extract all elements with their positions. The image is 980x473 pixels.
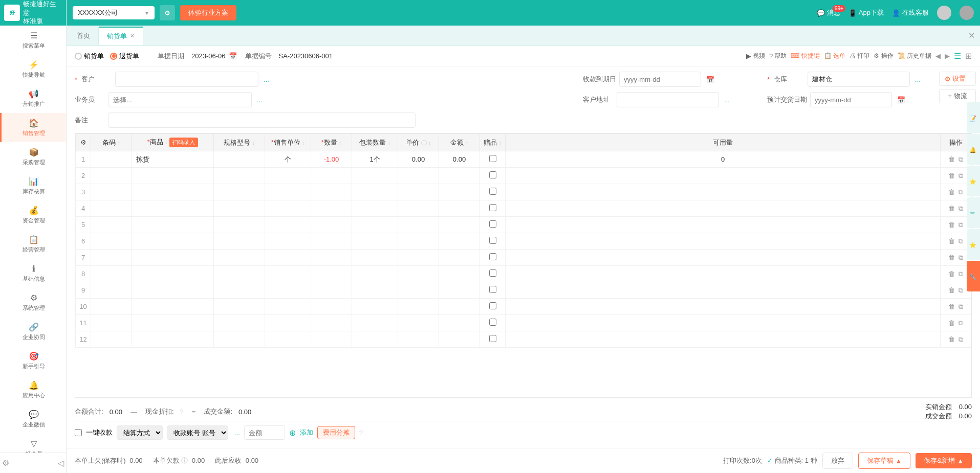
account-select[interactable]: 收款账号 账号 [167,425,228,440]
delete-icon-10[interactable]: 🗑 [948,319,955,327]
cell-barcode-4[interactable] [91,217,132,233]
sidebar-item-12[interactable]: 🔔应用中心 [0,375,66,404]
copy-icon-5[interactable]: ⧉ [959,237,963,245]
cell-barcode-11[interactable] [91,331,132,348]
one-click-pay-checkbox[interactable] [75,429,82,436]
cell-product-8[interactable] [132,282,214,299]
cell-product-12[interactable] [132,348,214,349]
cell-gift-5[interactable] [480,233,506,250]
cell-product-11[interactable] [132,331,214,348]
cell-price-12[interactable] [398,348,439,349]
sidebar-item-1[interactable]: ⚡快捷导航 [0,55,66,84]
cell-gift-12[interactable] [480,348,506,349]
delete-icon-6[interactable]: 🗑 [948,254,955,261]
delete-icon-11[interactable]: 🗑 [948,335,955,343]
cell-gift-11[interactable] [480,331,506,348]
save-new-dropdown-icon[interactable]: ▲ [957,457,964,465]
cell-spec-9[interactable] [214,299,265,315]
cell-gift-9[interactable] [480,299,506,315]
close-all-tabs[interactable]: ✕ [968,31,975,40]
copy-icon-1[interactable]: ⧉ [959,172,963,179]
cell-qty-7[interactable] [311,266,352,282]
gift-sort-icon[interactable]: ↕ [499,140,502,146]
sidebar-item-0[interactable]: ☰搜索菜单 [0,26,66,55]
delete-icon-9[interactable]: 🗑 [948,303,955,310]
history-prev-icon[interactable]: ◀ [935,52,941,60]
price-sort-icon[interactable]: ↕ [428,140,431,146]
cell-price-0[interactable]: 0.00 [398,151,439,168]
cell-spec-8[interactable] [214,282,265,299]
cell-product-1[interactable] [132,168,214,184]
action-video[interactable]: ▶ 视频 [746,52,765,60]
doc-date-calendar-icon[interactable]: 📅 [229,52,237,60]
copy-icon-4[interactable]: ⧉ [959,221,963,229]
cell-price-8[interactable] [398,282,439,299]
copy-icon-7[interactable]: ⧉ [959,270,963,278]
cell-qty-2[interactable] [311,184,352,200]
account-dots[interactable]: ... [234,429,240,437]
sidebar-item-3[interactable]: 🏠销售管理 [0,113,66,142]
copy-icon-11[interactable]: ⧉ [959,335,963,343]
cell-price-9[interactable] [398,299,439,315]
cell-price-1[interactable] [398,168,439,184]
copy-icon-8[interactable]: ⧉ [959,286,963,294]
cell-product-6[interactable] [132,250,214,266]
cell-product-4[interactable] [132,217,214,233]
cell-gift-2[interactable] [480,184,506,200]
cell-price-7[interactable] [398,266,439,282]
cell-barcode-1[interactable] [91,168,132,184]
sidebar-item-11[interactable]: 🎯新手引导 [0,346,66,375]
message-button[interactable]: 💬 消息 99+ [817,8,840,17]
delete-icon-8[interactable]: 🗑 [948,286,955,294]
action-shortcuts[interactable]: ⌨ 快捷键 [791,52,819,60]
expected-date-input[interactable] [810,92,892,107]
cell-barcode-10[interactable] [91,315,132,331]
cell-spec-12[interactable] [214,348,265,349]
cell-qty-1[interactable] [311,168,352,184]
cell-barcode-5[interactable] [91,233,132,250]
trial-button[interactable]: 体验行业方案 [180,5,236,20]
cell-product-0[interactable]: 拣货 [132,151,214,168]
save-new-button[interactable]: 保存&新增 ▲ [916,453,972,468]
draft-dropdown-icon[interactable]: ▲ [896,457,902,465]
barcode-sort-icon[interactable]: ↕ [118,140,120,146]
tab-0[interactable]: 首页 [69,27,99,44]
cell-gift-6[interactable] [480,250,506,266]
sidebar-item-2[interactable]: 📢营销推广 [0,84,66,113]
cell-qty-0[interactable]: -1.00 [311,151,352,168]
sidebar-item-6[interactable]: 💰资金管理 [0,200,66,230]
payment-date-input[interactable] [619,72,701,87]
save-draft-button[interactable]: 保存草稿 ▲ [858,453,911,469]
float-orange-btn[interactable]: 🔧 [967,261,980,291]
cell-barcode-8[interactable] [91,282,132,299]
copy-icon-3[interactable]: ⧉ [959,205,963,212]
radio-return[interactable]: 退货单 [110,52,139,61]
copy-icon-6[interactable]: ⧉ [959,254,963,261]
salesperson-dots[interactable]: ... [257,96,263,104]
cell-price-3[interactable] [398,200,439,217]
cell-price-2[interactable] [398,184,439,200]
cell-spec-7[interactable] [214,266,265,282]
payment-date-calendar-icon[interactable]: 📅 [706,76,714,83]
cell-barcode-6[interactable] [91,250,132,266]
delete-icon-2[interactable]: 🗑 [948,188,955,196]
cell-spec-1[interactable] [214,168,265,184]
cell-qty-11[interactable] [311,331,352,348]
view-grid-icon[interactable]: ⊞ [965,51,972,61]
copy-icon-0[interactable]: ⧉ [959,155,963,163]
cell-gift-3[interactable] [480,200,506,217]
warehouse-input[interactable] [808,72,910,87]
notes-input[interactable] [108,112,416,128]
action-help[interactable]: ? 帮助 [769,52,787,60]
action-operate[interactable]: ⚙ 操作 [874,52,893,60]
float-notes-btn[interactable]: 📝 [967,102,980,133]
sidebar-item-5[interactable]: 📊库存核算 [0,171,66,200]
expected-date-calendar-icon[interactable]: 📅 [897,96,905,104]
amount-input[interactable] [244,425,285,440]
customer-addr-dots[interactable]: ... [724,96,730,104]
sidebar-item-10[interactable]: 🔗企业协同 [0,317,66,346]
cell-spec-0[interactable] [214,151,265,168]
sidebar-collapse-icon[interactable]: ◁ [58,458,64,468]
cell-product-2[interactable] [132,184,214,200]
cell-price-4[interactable] [398,217,439,233]
